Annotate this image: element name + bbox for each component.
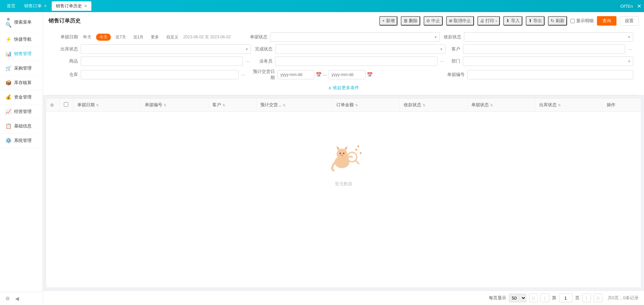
filter-area: 单据日期 昨天 今天 近7天 近1月 更多 自定义 2023-06-02 至 2… [48, 29, 639, 95]
date-7days-btn[interactable]: 近7天 [113, 34, 129, 41]
date-today-btn[interactable]: 今天 [96, 34, 111, 41]
svg-point-8 [341, 155, 343, 156]
print-label: 🖨 打印 [480, 18, 495, 24]
svg-point-1 [337, 149, 347, 159]
sidebar-item-quick-nav[interactable]: ⚡ 快捷导航 [0, 32, 43, 47]
select-all-checkbox[interactable] [64, 102, 68, 107]
page-number-input[interactable] [559, 294, 572, 302]
out-status-chevron-icon: ▾ [246, 47, 248, 51]
refresh-button[interactable]: ↻ 刷新 [548, 16, 567, 26]
sidebar-item-search-menu[interactable]: ≡🔍 搜索菜单 [0, 12, 43, 32]
table-body: ✦ ✦ ✦ 暂无数据 [46, 112, 641, 214]
stop-button[interactable]: ⊘ 中止 [424, 16, 443, 26]
tab-sales-history[interactable]: 销售订单历史 ✕ [52, 1, 91, 11]
date-range-btns: 昨天 今天 近7天 近1月 更多 自定义 [81, 34, 181, 41]
th-bill-no: 单据编号 ⇅ [140, 99, 208, 112]
date-1month-btn[interactable]: 近1月 [131, 34, 146, 41]
goods-input[interactable] [81, 56, 243, 66]
sidebar-item-operations[interactable]: 📈 经营管理 [0, 105, 43, 119]
bill-no-input[interactable] [467, 70, 633, 79]
prev-page-btn[interactable]: ⟨ [541, 294, 549, 302]
empty-illustration: ✦ ✦ ✦ [324, 139, 364, 177]
salesman-input[interactable] [275, 56, 437, 66]
complete-status-chevron-icon: ▾ [440, 47, 442, 51]
tab-home[interactable]: 首页 [3, 1, 19, 11]
last-page-btn[interactable]: ⟩⟩ [594, 294, 602, 302]
page-title: 销售订单历史 [48, 17, 81, 25]
goods-dots-btn[interactable]: ··· [244, 59, 251, 64]
payment-status-select[interactable]: ▾ [464, 32, 633, 42]
th-payment-status: 收款状态 ⇅ [400, 99, 467, 112]
filter-row-2: 出库状态 ▾ 完成状态 ▾ 客户 [54, 44, 633, 54]
delete-button[interactable]: 🗑 删除 [401, 16, 421, 26]
topbar-close-icon[interactable]: ✕ [637, 3, 641, 9]
settings-button[interactable]: 设置 [620, 16, 639, 26]
th-amount: 订单金额 ⇅ [332, 99, 399, 112]
dept-select[interactable]: ▾ [463, 56, 633, 66]
tab-sales-order[interactable]: 销售订单 ✕ [20, 1, 51, 11]
goods-label: 商品 [54, 58, 81, 64]
complete-status-select[interactable]: ▾ [275, 44, 445, 54]
sort-amount[interactable]: 订单金额 ⇅ [336, 102, 395, 108]
sidebar-item-finance[interactable]: 💰 资金管理 [0, 90, 43, 105]
sidebar-item-inventory[interactable]: 📦 库存核算 [0, 76, 43, 90]
sort-out-status[interactable]: 出库状态 ⇅ [539, 102, 598, 108]
export-button[interactable]: ⬆ 导出 [526, 16, 545, 26]
customer-input[interactable] [463, 44, 625, 54]
out-status-select[interactable]: ▾ [81, 44, 251, 54]
page-size-select[interactable]: 50 10 20 100 [509, 294, 526, 302]
delivery-date-from-cal-icon[interactable]: 📅 [316, 72, 321, 77]
cancel-stop-button[interactable]: ⊗ 取消中止 [446, 16, 474, 26]
sidebar-item-basic-info[interactable]: 📋 基础信息 [0, 119, 43, 134]
delivery-date-to-cal-icon[interactable]: 📅 [367, 72, 373, 77]
print-button[interactable]: 🖨 打印 ▾ [477, 16, 500, 26]
sidebar-item-purchase-mgmt[interactable]: 🛒 采购管理 [0, 61, 43, 76]
sort-bill-status[interactable]: 单据状态 ⇅ [471, 102, 530, 108]
collapse-row[interactable]: ∧ 收起更多条件 [54, 83, 633, 91]
settings-gear-icon[interactable]: ⚙ [50, 103, 54, 108]
customer-dots-btn[interactable]: ··· [627, 46, 633, 52]
first-page-btn[interactable]: ⟨⟨ [529, 294, 538, 302]
warehouse-input[interactable] [81, 70, 239, 79]
sort-bill-status-icon: ⇅ [490, 103, 493, 107]
display-cols-input[interactable] [570, 19, 575, 23]
delivery-date-to-input[interactable] [329, 70, 366, 79]
new-button[interactable]: + 新增 [379, 16, 397, 26]
total-info: 共0页，0条记录 [608, 295, 639, 301]
tab-sales-order-close[interactable]: ✕ [44, 4, 47, 8]
date-more-btn[interactable]: 更多 [148, 34, 162, 41]
tab-sales-history-close[interactable]: ✕ [84, 4, 87, 8]
sidebar-collapse-icon[interactable]: ◀ [15, 296, 19, 302]
sort-bill-no-icon: ⇅ [164, 103, 166, 107]
svg-point-6 [339, 153, 341, 154]
display-cols-checkbox[interactable]: 显示明细 [570, 18, 594, 24]
sort-customer[interactable]: 客户 ⇅ [212, 102, 252, 108]
sidebar-item-sales-mgmt[interactable]: 📊 销售管理 [0, 47, 43, 61]
sort-bill-no[interactable]: 单据编号 ⇅ [145, 102, 204, 108]
date-custom-btn[interactable]: 自定义 [164, 34, 181, 41]
sort-date[interactable]: 单据日期 ⇅ [77, 102, 136, 108]
sort-payment-status[interactable]: 收款状态 ⇅ [404, 102, 463, 108]
th-out-status-label: 出库状态 [539, 102, 557, 108]
sort-customer-icon: ⇅ [222, 103, 225, 107]
date-yesterday-btn[interactable]: 昨天 [81, 34, 94, 41]
sidebar-item-sys-mgmt[interactable]: ⚙️ 系统管理 [0, 134, 43, 148]
main-layout: ≡🔍 搜索菜单 ⚡ 快捷导航 📊 销售管理 🛒 采购管理 📦 库存核算 💰 资金… [0, 12, 644, 305]
delivery-date-from-input[interactable] [277, 70, 314, 79]
sort-date-icon: ⇅ [96, 103, 99, 107]
th-customer: 客户 ⇅ [208, 99, 256, 112]
print-chevron-icon: ▾ [496, 19, 497, 23]
next-page-btn[interactable]: ⟩ [582, 294, 591, 302]
import-label: ⬇ 导入 [506, 18, 520, 24]
query-button[interactable]: 查询 [597, 16, 616, 26]
th-actions: 操作 [603, 99, 641, 112]
bill-status-select[interactable]: ▾ [270, 32, 439, 42]
sort-delivery-date[interactable]: 预计交货... ⇅ [260, 102, 328, 108]
date-field: 昨天 今天 近7天 近1月 更多 自定义 2023-06-02 至 2023-0… [81, 34, 250, 41]
sidebar-settings-icon[interactable]: ⚙ [5, 296, 10, 302]
operations-icon: 📈 [5, 109, 11, 115]
salesman-dots-btn[interactable]: ··· [439, 59, 445, 64]
import-button[interactable]: ⬇ 导入 [503, 16, 522, 26]
svg-text:✦: ✦ [356, 144, 360, 149]
warehouse-dots-btn[interactable]: ··· [240, 72, 247, 77]
